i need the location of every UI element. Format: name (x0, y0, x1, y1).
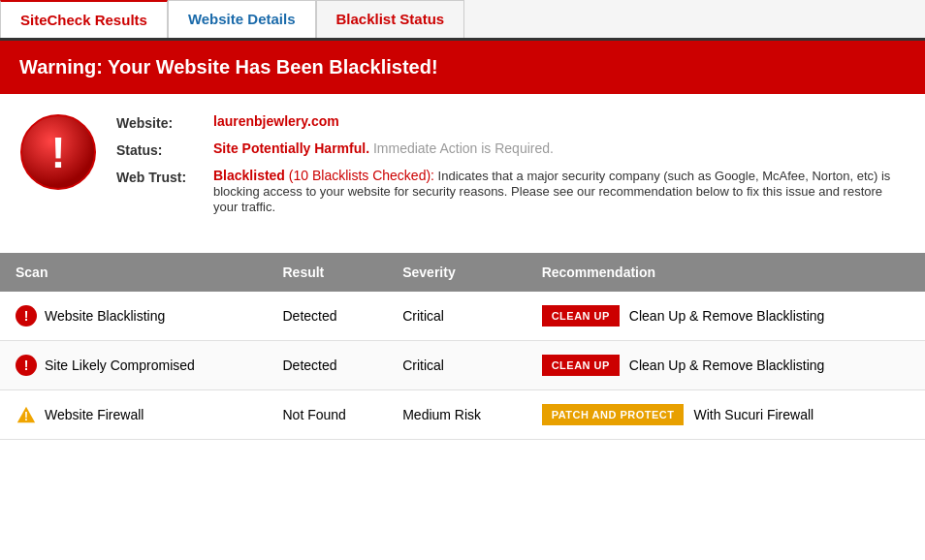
recommendation-cell: CLEAN UPClean Up & Remove Blacklisting (526, 292, 925, 341)
status-row: Status: Site Potentially Harmful. Immedi… (116, 140, 906, 158)
cleanup-button[interactable]: CLEAN UP (542, 355, 620, 376)
result-cell: Detected (267, 341, 387, 390)
scan-cell: !Website Blacklisting (0, 292, 267, 341)
tab-blacklist-status[interactable]: Blacklist Status (316, 0, 465, 38)
severity-cell: Critical (387, 292, 526, 341)
error-icon: ! (16, 355, 37, 376)
svg-text:!: ! (24, 410, 28, 423)
warning-banner: Warning: Your Website Has Been Blacklist… (0, 41, 925, 94)
status-value: Site Potentially Harmful. Immediate Acti… (213, 140, 906, 156)
status-label: Status: (116, 140, 213, 158)
recommendation-cell: PATCH AND PROTECTWith Sucuri Firewall (526, 390, 925, 440)
col-recommendation: Recommendation (526, 253, 925, 292)
recommendation-cell: CLEAN UPClean Up & Remove Blacklisting (526, 341, 925, 390)
table-row: !Website BlacklistingDetectedCriticalCLE… (0, 292, 925, 341)
website-label: Website: (116, 113, 213, 131)
warning-icon: ! (16, 404, 37, 425)
severity-cell: Critical (387, 341, 526, 390)
info-section: ! Website: laurenbjewlery.com Status: Si… (0, 94, 925, 243)
scan-table: Scan Result Severity Recommendation !Web… (0, 253, 925, 440)
scan-name-text: Site Likely Compromised (45, 358, 195, 373)
web-trust-value: Blacklisted (10 Blacklists Checked): Ind… (213, 168, 906, 214)
blacklisted-label: Blacklisted (213, 168, 285, 183)
web-trust-row: Web Trust: Blacklisted (10 Blacklists Ch… (116, 168, 906, 214)
scan-name-text: Website Blacklisting (45, 308, 165, 324)
error-icon: ! (16, 305, 37, 327)
info-details: Website: laurenbjewlery.com Status: Site… (116, 113, 906, 224)
website-row: Website: laurenbjewlery.com (116, 113, 906, 131)
scan-name-text: Website Firewall (45, 407, 144, 422)
patch-button[interactable]: PATCH AND PROTECT (542, 404, 685, 425)
website-link[interactable]: laurenbjewlery.com (213, 113, 339, 129)
table-header-row: Scan Result Severity Recommendation (0, 253, 925, 292)
status-suffix: Immediate Action is Required. (369, 140, 554, 156)
result-cell: Detected (267, 292, 387, 341)
web-trust-label: Web Trust: (116, 168, 213, 185)
table-row: ! Website FirewallNot FoundMedium RiskPA… (0, 390, 925, 440)
col-scan: Scan (0, 253, 267, 292)
tab-sitecheck[interactable]: SiteCheck Results (0, 0, 168, 38)
scan-cell: !Site Likely Compromised (0, 341, 267, 390)
tab-website-details[interactable]: Website Details (168, 0, 316, 38)
warning-text: Warning: Your Website Has Been Blacklist… (19, 56, 438, 78)
severity-cell: Medium Risk (387, 390, 526, 440)
recommendation-text: With Sucuri Firewall (693, 407, 813, 422)
blacklisted-count: (10 Blacklists Checked): (285, 168, 434, 183)
svg-text:!: ! (51, 129, 66, 176)
cleanup-button[interactable]: CLEAN UP (542, 305, 620, 327)
alert-icon: ! (19, 113, 97, 194)
website-value: laurenbjewlery.com (213, 113, 906, 129)
scan-cell: ! Website Firewall (0, 390, 267, 440)
result-cell: Not Found (267, 390, 387, 440)
col-severity: Severity (387, 253, 526, 292)
recommendation-text: Clean Up & Remove Blacklisting (629, 358, 825, 373)
col-result: Result (267, 253, 387, 292)
tab-bar: SiteCheck Results Website Details Blackl… (0, 0, 925, 41)
status-main: Site Potentially Harmful. (213, 140, 369, 156)
table-row: !Site Likely CompromisedDetectedCritical… (0, 341, 925, 390)
recommendation-text: Clean Up & Remove Blacklisting (629, 308, 825, 324)
